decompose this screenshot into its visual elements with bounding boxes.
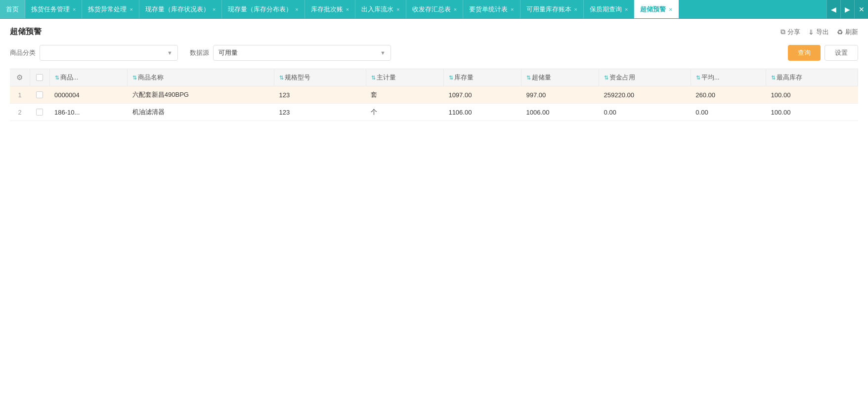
- close-tab-collect[interactable]: ×: [454, 6, 457, 12]
- row-product-code-2: 186-10...: [49, 104, 128, 121]
- share-icon: ⧉: [781, 28, 785, 36]
- col-header-spec: ⇅规格型号: [274, 69, 366, 86]
- filter-actions: 查询 设置: [788, 45, 858, 61]
- row-product-code-1: 0000004: [49, 86, 128, 104]
- row-avg-2: 0.00: [691, 104, 766, 121]
- refresh-button[interactable]: ♻ 刷新: [837, 28, 858, 37]
- datasource-filter: 数据源 可用量 ▼: [190, 45, 391, 61]
- header-actions: ⧉ 分享 ⇓ 导出 ♻ 刷新: [781, 28, 858, 37]
- row-index-1: 1: [10, 86, 30, 104]
- col-header-settings: ⚙: [10, 69, 30, 86]
- top-navigation: 首页 拣货任务管理 × 拣货异常处理 × 现存量（库存状况表） × 现存量（库存…: [0, 0, 868, 19]
- select-all-checkbox[interactable]: [36, 74, 43, 81]
- row-index-2: 2: [10, 104, 30, 121]
- table-header-row: ⚙ ⇅商品... ⇅商品名称 ⇅规格型号 ⇅主计量: [10, 69, 858, 86]
- category-arrow-icon: ▼: [167, 50, 173, 56]
- close-tab-inout-flow[interactable]: ×: [396, 6, 399, 12]
- close-tab-demand-stat[interactable]: ×: [511, 6, 514, 12]
- data-table: ⚙ ⇅商品... ⇅商品名称 ⇅规格型号 ⇅主计量: [10, 69, 858, 121]
- close-tab-over-stock[interactable]: ×: [669, 6, 672, 12]
- datasource-value: 可用量: [218, 48, 238, 57]
- nav-tab-demand-stat[interactable]: 要货单统计表 ×: [463, 0, 520, 19]
- nav-tab-abnormal[interactable]: 拣货异常处理 ×: [82, 0, 139, 19]
- close-tab-task-mgmt[interactable]: ×: [73, 6, 76, 12]
- datasource-select[interactable]: 可用量 ▼: [213, 45, 391, 61]
- col-header-over-qty: ⇅超储量: [521, 69, 599, 86]
- nav-tab-batch[interactable]: 库存批次账 ×: [305, 0, 355, 19]
- nav-tab-inout-flow[interactable]: 出入库流水 ×: [355, 0, 406, 19]
- row-check-1: [30, 86, 49, 104]
- table-row: 2 186-10... 机油滤清器 123 个 1106.00 1006.00 …: [10, 104, 858, 121]
- row-unit-2: 个: [366, 104, 443, 121]
- close-tab-shelf-life[interactable]: ×: [625, 6, 628, 12]
- export-button[interactable]: ⇓ 导出: [808, 28, 829, 37]
- nav-close-button[interactable]: ✕: [854, 0, 868, 19]
- col-header-max-stock: ⇅最高库存: [766, 69, 858, 86]
- row-product-name-1: 六配套新昌490BPG: [128, 86, 274, 104]
- col-header-avg: ⇅平均...: [691, 69, 766, 86]
- nav-arrows: ◀ ▶ ✕: [826, 0, 868, 19]
- nav-tab-home[interactable]: 首页: [0, 0, 25, 19]
- close-tab-batch[interactable]: ×: [346, 6, 349, 12]
- row-capital-2: 0.00: [599, 104, 691, 121]
- page-header: 超储预警 ⧉ 分享 ⇓ 导出 ♻ 刷新: [10, 27, 858, 37]
- category-label: 商品分类: [10, 48, 36, 57]
- col-header-check: [30, 69, 49, 86]
- nav-tab-shelf-life[interactable]: 保质期查询 ×: [584, 0, 634, 19]
- close-tab-stock-dist[interactable]: ×: [295, 6, 298, 12]
- close-tab-stock-status[interactable]: ×: [213, 6, 216, 12]
- row-product-name-2: 机油滤清器: [128, 104, 274, 121]
- share-button[interactable]: ⧉ 分享: [781, 28, 800, 37]
- category-filter: 商品分类 ▼: [10, 45, 178, 61]
- query-button[interactable]: 查询: [788, 45, 821, 61]
- row-spec-2: 123: [274, 104, 366, 121]
- nav-tab-stock-dist[interactable]: 现存量（库存分布表） ×: [222, 0, 304, 19]
- row-spec-1: 123: [274, 86, 366, 104]
- nav-next-button[interactable]: ▶: [840, 0, 854, 19]
- close-tab-avail-ledger[interactable]: ×: [574, 6, 577, 12]
- col-header-stock-qty: ⇅库存量: [443, 69, 521, 86]
- row-over-qty-2: 1006.00: [521, 104, 599, 121]
- close-tab-abnormal[interactable]: ×: [130, 6, 132, 12]
- datasource-arrow-icon: ▼: [380, 50, 386, 56]
- nav-tab-over-stock[interactable]: 超储预警 ×: [634, 0, 678, 19]
- col-header-capital: ⇅资金占用: [599, 69, 691, 86]
- row-stock-qty-1: 1097.00: [443, 86, 521, 104]
- category-select[interactable]: ▼: [40, 45, 178, 61]
- datasource-label: 数据源: [190, 48, 209, 57]
- nav-tab-task-mgmt[interactable]: 拣货任务管理 ×: [25, 0, 82, 19]
- row-over-qty-1: 997.00: [521, 86, 599, 104]
- refresh-icon: ♻: [837, 28, 843, 36]
- nav-tab-collect[interactable]: 收发存汇总表 ×: [406, 0, 463, 19]
- column-settings-icon[interactable]: ⚙: [16, 73, 23, 81]
- nav-tab-avail-ledger[interactable]: 可用量库存账本 ×: [521, 0, 584, 19]
- col-header-product-code: ⇅商品...: [49, 69, 128, 86]
- row-max-stock-2: 100.00: [766, 104, 858, 121]
- row-checkbox-2[interactable]: [36, 109, 43, 116]
- row-capital-1: 259220.00: [599, 86, 691, 104]
- nav-prev-button[interactable]: ◀: [826, 0, 840, 19]
- page-title: 超储预警: [10, 27, 42, 37]
- settings-button[interactable]: 设置: [825, 45, 858, 61]
- row-check-2: [30, 104, 49, 121]
- filter-row: 商品分类 ▼ 数据源 可用量 ▼ 查询 设置: [10, 45, 858, 61]
- row-unit-1: 套: [366, 86, 443, 104]
- col-header-unit: ⇅主计量: [366, 69, 443, 86]
- nav-tab-stock-status[interactable]: 现存量（库存状况表） ×: [139, 0, 222, 19]
- row-avg-1: 260.00: [691, 86, 766, 104]
- page-content: 超储预警 ⧉ 分享 ⇓ 导出 ♻ 刷新 商品分类 ▼ 数据源: [0, 19, 868, 395]
- row-checkbox-1[interactable]: [36, 91, 43, 98]
- col-header-product-name: ⇅商品名称: [128, 69, 274, 86]
- table-row: 1 0000004 六配套新昌490BPG 123 套 1097.00 997.…: [10, 86, 858, 104]
- export-icon: ⇓: [808, 28, 814, 36]
- row-max-stock-1: 100.00: [766, 86, 858, 104]
- row-stock-qty-2: 1106.00: [443, 104, 521, 121]
